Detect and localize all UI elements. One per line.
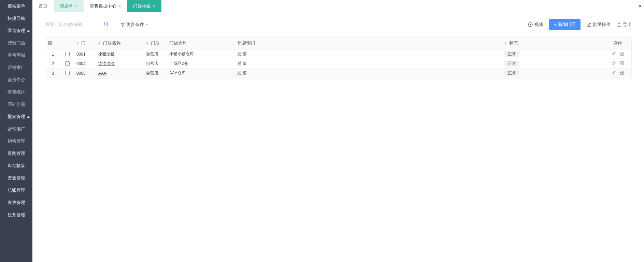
export-label: 导出 xyxy=(623,21,632,28)
header-settings[interactable] xyxy=(45,41,61,45)
cell-dept: 总 部 xyxy=(235,51,502,57)
header-code-label: 门店... xyxy=(81,40,94,45)
header-status-label: 状态 xyxy=(509,40,518,45)
row-index: 1 xyxy=(45,52,61,57)
store-table: 门店... 门店名称 门店... 门店仓库 所属部门 状态 xyxy=(45,36,632,78)
header-type[interactable]: 门店... xyxy=(143,40,167,46)
header-name[interactable]: 门店名称 xyxy=(96,40,143,46)
close-all-icon[interactable]: × xyxy=(638,3,642,10)
cell-operate xyxy=(604,71,631,76)
row-index: 2 xyxy=(45,61,61,66)
sidebar-item-wholesale-sales[interactable]: 销售管理 xyxy=(0,135,32,147)
store-name-link[interactable]: 小畅小畅 xyxy=(98,52,115,56)
cell-name: 滴滴滴滴 xyxy=(96,61,143,67)
add-store-button[interactable]: + 新增门店 xyxy=(549,19,581,30)
sidebar-purchase-mgmt[interactable]: 采购管理 xyxy=(0,147,32,160)
sidebar-item-retail-mall[interactable]: 零售商城 xyxy=(0,49,32,61)
row-checkbox-cell xyxy=(61,51,74,57)
sidebar-search-menu[interactable]: 搜索菜单 xyxy=(0,0,32,12)
row-checkbox-cell xyxy=(61,70,74,76)
sidebar-item-wholesale-marketing[interactable]: 营销推广 xyxy=(0,123,32,135)
search-icon[interactable] xyxy=(103,21,109,27)
tab-retail-data[interactable]: 零售数据中心 × xyxy=(84,0,127,12)
main-area: 首页 调拨单 × 零售数据中心 × 门店档案 × × xyxy=(32,0,644,262)
cell-type: 自营店 xyxy=(143,70,167,76)
sidebar-item-smart-store[interactable]: 智慧门店 xyxy=(0,37,32,49)
sidebar-item-member[interactable]: 会员中心 xyxy=(0,74,32,86)
edit-icon[interactable] xyxy=(612,71,616,75)
tab-transfer[interactable]: 调拨单 × xyxy=(54,0,84,12)
sidebar-item-marketing[interactable]: 营销推广 xyxy=(0,61,32,74)
cell-type: 自营店 xyxy=(143,61,167,67)
status-badge: 正常 xyxy=(504,70,519,76)
sort-icon xyxy=(76,42,78,45)
sidebar: 搜索菜单 快捷导航 零售管理 智慧门店 零售商城 营销推广 会员中心 零售统计 … xyxy=(0,0,32,262)
sidebar-inventory-calc[interactable]: 库存核算 xyxy=(0,160,32,172)
svg-rect-8 xyxy=(620,54,621,55)
header-type-label: 门店... xyxy=(151,40,163,45)
export-button[interactable]: 导出 xyxy=(617,21,632,28)
cell-type: 自营店 xyxy=(143,51,167,57)
play-circle-icon xyxy=(528,22,533,27)
batch-op-button[interactable]: 批量操作 xyxy=(587,21,611,28)
sidebar-tax-mgmt[interactable]: 税务管理 xyxy=(0,209,32,221)
table-row: 20004滴滴滴滴自营店产成品2仓总 部正常 xyxy=(45,59,631,69)
header-warehouse: 门店仓库 xyxy=(167,40,235,46)
row-checkbox-cell xyxy=(61,60,74,67)
close-icon[interactable]: × xyxy=(118,4,121,9)
svg-point-0 xyxy=(104,22,108,25)
row-checkbox[interactable] xyxy=(65,71,70,75)
sidebar-invoice-mgmt[interactable]: 发票管理 xyxy=(0,196,32,209)
chevron-down-icon xyxy=(145,23,149,26)
row-checkbox[interactable] xyxy=(65,61,70,66)
caret-up-icon xyxy=(27,116,30,118)
cell-code: 0004 xyxy=(74,61,96,66)
store-name-link[interactable]: 滴滴滴滴 xyxy=(98,61,115,66)
svg-marker-4 xyxy=(530,24,531,26)
status-badge: 正常 xyxy=(504,51,519,57)
content-area: 更多条件 视频 + 新增门店 批量操作 xyxy=(32,12,644,262)
search-wrap xyxy=(45,20,110,29)
qr-icon[interactable] xyxy=(619,71,624,75)
edit-icon[interactable] xyxy=(612,52,616,56)
cell-code: 0001 xyxy=(74,52,96,57)
video-button[interactable]: 视频 xyxy=(528,21,543,28)
svg-rect-9 xyxy=(622,54,624,55)
sidebar-retail-mgmt[interactable]: 零售管理 xyxy=(0,25,32,37)
filter-icon xyxy=(120,23,125,27)
table-row: 30005AAA自营店AAA仓库总 部正常 xyxy=(45,69,631,78)
edit-icon[interactable] xyxy=(612,61,616,66)
cell-name: 小畅小畅 xyxy=(96,51,143,57)
sidebar-quick-nav[interactable]: 快捷导航 xyxy=(0,12,32,25)
close-icon[interactable]: × xyxy=(153,4,155,9)
tab-home[interactable]: 首页 xyxy=(32,0,54,12)
header-code[interactable]: 门店... xyxy=(74,40,96,46)
header-operate: 操作 xyxy=(604,40,631,46)
sidebar-item-basic-info[interactable]: 基础信息 xyxy=(0,98,32,111)
add-store-label: 新增门店 xyxy=(558,21,576,28)
edit-icon xyxy=(587,22,591,27)
plus-icon: + xyxy=(554,22,557,27)
cell-status: 正常 xyxy=(502,70,604,76)
header-dept: 所属部门 xyxy=(235,40,502,46)
tab-store-file[interactable]: 门店档案 × xyxy=(127,0,161,12)
row-checkbox[interactable] xyxy=(65,52,70,56)
search-input[interactable] xyxy=(45,20,110,29)
qr-icon[interactable] xyxy=(619,61,624,66)
qr-icon[interactable] xyxy=(619,52,624,56)
export-icon xyxy=(617,22,621,27)
svg-point-5 xyxy=(49,42,51,44)
video-label: 视频 xyxy=(534,21,543,28)
store-name-link[interactable]: AAA xyxy=(98,71,106,76)
status-badge: 正常 xyxy=(504,61,519,67)
cell-operate xyxy=(604,52,631,57)
sidebar-item-retail-stats[interactable]: 零售统计 xyxy=(0,86,32,98)
header-status[interactable]: 状态 xyxy=(502,40,604,46)
sidebar-fund-mgmt[interactable]: 资金管理 xyxy=(0,172,32,184)
sidebar-wholesale-mgmt[interactable]: 批发管理 xyxy=(0,111,32,123)
close-icon[interactable]: × xyxy=(75,4,77,9)
more-conditions[interactable]: 更多条件 xyxy=(120,21,149,28)
svg-rect-6 xyxy=(620,52,621,53)
toolbar-right: 视频 + 新增门店 批量操作 导出 xyxy=(528,19,632,30)
sidebar-ledger-mgmt[interactable]: 总账管理 xyxy=(0,184,32,196)
